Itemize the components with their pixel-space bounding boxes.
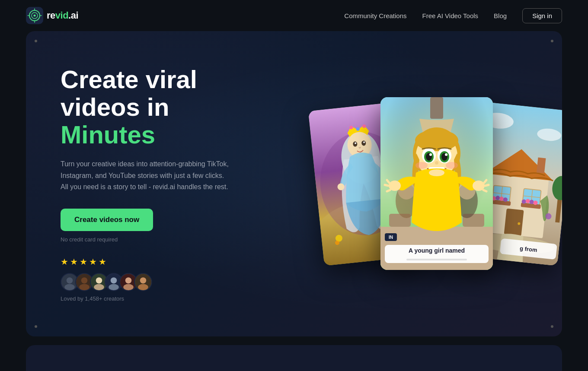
dot-corner-tr [551,40,553,42]
logo-text: revid.ai [47,10,78,21]
svg-rect-47 [430,97,443,119]
hero-section: Create viral videos in Minutes Turn your… [26,31,562,336]
svg-line-74 [385,185,388,186]
svg-point-3 [34,15,36,17]
nav-tools[interactable]: Free AI Video Tools [422,12,479,19]
svg-point-18 [111,277,117,283]
hero-title-highlight: Minutes [61,120,155,149]
svg-line-75 [387,190,390,191]
svg-point-16 [94,284,104,290]
stat-countries: 68 Countries [173,367,294,371]
svg-point-24 [140,277,146,283]
svg-text:IN: IN [389,235,393,240]
svg-line-77 [485,185,489,186]
svg-point-12 [81,277,87,283]
stat-tools: 400+ AI Tools [415,367,536,371]
svg-point-64 [429,153,432,156]
avatar [134,273,152,291]
svg-point-15 [96,277,102,283]
hero-content: Create viral videos in Minutes Turn your… [26,31,264,336]
nav-community[interactable]: Community Creations [344,12,406,19]
svg-point-79 [429,169,444,176]
hero-title: Create viral videos in Minutes [61,66,229,148]
svg-point-21 [125,277,131,283]
stats-section: 240,909+ Videos Created 68 Countries 1,4… [26,345,562,371]
star-rating: ★ ★ ★ ★ ★ [61,257,229,267]
cta-button[interactable]: Create videos now [61,209,153,231]
stat-creators: 1,458+ Creators [294,367,415,371]
svg-point-57 [415,130,458,151]
hero-visuals: IN A young girl named [303,80,562,287]
svg-rect-90 [504,209,524,236]
svg-point-25 [138,284,148,290]
svg-point-22 [123,284,134,290]
logo[interactable]: revid.ai [26,7,78,24]
loved-by-text: Loved by 1,458+ creators [61,295,229,302]
dot-corner-br [551,325,553,328]
avatar-group [61,273,229,291]
nav-links: Community Creations Free AI Video Tools … [344,8,562,23]
hero-description: Turn your creative ideas into attention-… [61,159,229,193]
svg-point-69 [415,162,428,169]
svg-point-70 [446,162,458,169]
stat-videos: 240,909+ Videos Created [52,367,173,371]
svg-point-9 [67,277,73,283]
logo-icon [26,7,43,24]
svg-line-78 [483,190,486,191]
svg-point-10 [64,284,75,290]
navbar: revid.ai Community Creations Free AI Vid… [0,0,588,31]
svg-text:A young girl named: A young girl named [409,247,465,254]
svg-point-66 [435,161,438,165]
nav-blog[interactable]: Blog [494,12,507,19]
svg-rect-84 [406,259,467,260]
svg-point-19 [109,284,119,290]
video-card-center: IN A young girl named [380,97,493,270]
no-credit-text: No credit card required [61,236,229,243]
svg-point-13 [79,284,89,290]
signin-button[interactable]: Sign in [522,8,562,23]
svg-point-65 [445,153,447,156]
card-scene-center: IN A young girl named [380,97,493,270]
